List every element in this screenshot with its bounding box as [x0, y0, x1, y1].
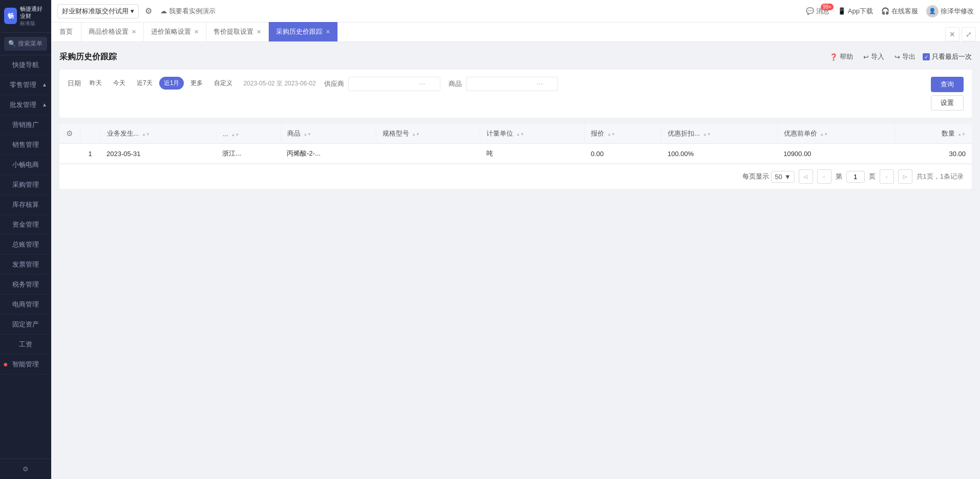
- td-goods: 丙烯酸-2-...: [281, 144, 376, 164]
- tab-purchase-strategy-close[interactable]: ✕: [194, 29, 199, 35]
- sort-more-icon: ▲▼: [231, 133, 239, 137]
- td-original-price: 10900.00: [777, 144, 896, 164]
- demo-link[interactable]: ☁ 我要看实例演示: [160, 7, 216, 16]
- sidebar-item-ecom-small[interactable]: 小畅电商: [0, 155, 51, 175]
- sidebar-item-marketing[interactable]: 营销推广: [0, 115, 51, 135]
- gear-icon: ⚙: [23, 465, 29, 473]
- th-original-price-label: 优惠前单价: [784, 129, 817, 137]
- tab-purchase-history[interactable]: 采购历史价跟踪 ✕: [269, 22, 338, 41]
- finance-label: 资金管理: [4, 220, 47, 229]
- supplier-dots[interactable]: ···: [418, 79, 425, 89]
- query-button[interactable]: 查询: [931, 77, 964, 92]
- sidebar-item-quick-nav[interactable]: 快捷导航: [0, 55, 51, 75]
- page-header: 采购历史价跟踪 ❓ 帮助 ↩ 导入 ↪ 导出 ✓ 只看最后一次: [59, 50, 972, 63]
- search-menu-button[interactable]: 🔍 搜索菜单: [4, 37, 47, 51]
- tab-home[interactable]: 首页: [51, 22, 81, 41]
- page-actions: ❓ 帮助 ↩ 导入 ↪ 导出 ✓ 只看最后一次: [826, 50, 972, 63]
- sidebar-item-retail[interactable]: 零售管理 ▲: [0, 75, 51, 95]
- td-idx: 1: [80, 144, 100, 164]
- sort-date-icon: ▲▼: [142, 133, 150, 137]
- th-price[interactable]: 报价 ▲▼: [585, 124, 662, 144]
- td-quantity: 30.00: [896, 144, 972, 164]
- topbar: 好业财标准版交付试用 ▾ ⚙ ☁ 我要看实例演示 💬 消息 99+ 📱 App下…: [51, 0, 980, 23]
- tab-close-button[interactable]: ✕: [945, 27, 960, 41]
- demo-label: 我要看实例演示: [169, 7, 216, 16]
- sidebar-item-purchase[interactable]: 采购管理: [0, 175, 51, 195]
- th-date[interactable]: 业务发生... ▲▼: [100, 124, 216, 144]
- marketing-label: 营销推广: [4, 120, 47, 129]
- sort-price-icon: ▲▼: [607, 133, 615, 137]
- page-number-input[interactable]: [846, 171, 865, 183]
- tab-purchase-history-close[interactable]: ✕: [326, 29, 330, 35]
- td-discount: 100.00%: [662, 144, 777, 164]
- th-discount[interactable]: 优惠折扣... ▲▼: [662, 124, 777, 144]
- next-page-button[interactable]: ›: [880, 169, 894, 184]
- date-7days-btn[interactable]: 近7天: [132, 77, 157, 90]
- th-quantity[interactable]: 数量 ▲▼: [896, 124, 972, 144]
- prev-page-button[interactable]: ‹: [817, 169, 832, 184]
- table-settings-icon[interactable]: ⚙: [66, 129, 73, 138]
- date-today-btn[interactable]: 今天: [109, 77, 130, 90]
- goods-input[interactable]: ···: [466, 77, 558, 91]
- th-unit[interactable]: 计量单位 ▲▼: [480, 124, 585, 144]
- supplier-label: 供应商: [324, 79, 344, 89]
- date-yesterday-btn[interactable]: 昨天: [85, 77, 106, 90]
- settings-gear-icon[interactable]: ⚙: [145, 6, 152, 16]
- sidebar-item-smart[interactable]: ● 智能管理: [0, 355, 51, 375]
- sidebar-item-finance[interactable]: 资金管理: [0, 215, 51, 235]
- sidebar-item-tax[interactable]: 税务管理: [0, 275, 51, 295]
- date-buttons: 昨天 今天 近7天 近1月 更多 自定义: [85, 77, 237, 90]
- tab-goods-price-close[interactable]: ✕: [132, 29, 136, 35]
- sort-original-price-icon: ▲▼: [820, 133, 828, 137]
- goods-dots[interactable]: ···: [536, 79, 543, 89]
- export-button[interactable]: ↪ 导出: [891, 50, 919, 63]
- filter-setting-button[interactable]: 设置: [931, 95, 964, 111]
- help-button[interactable]: ❓ 帮助: [826, 50, 856, 63]
- date-more-btn[interactable]: 更多: [186, 77, 207, 90]
- online-service-button[interactable]: 🎧 在线客服: [881, 7, 918, 16]
- sidebar-item-fixed-assets[interactable]: 固定资产: [0, 315, 51, 335]
- sidebar-item-invoice[interactable]: 发票管理: [0, 255, 51, 275]
- tab-sale-price[interactable]: 售价提取设置 ✕: [206, 22, 269, 41]
- th-spec[interactable]: 规格型号 ▲▼: [376, 124, 480, 144]
- table: ⚙ 业务发生... ▲▼ ... ▲▼ 商品 ▲▼: [59, 124, 972, 164]
- filter-supplier-row: 供应商 ···: [324, 77, 440, 91]
- app-download-button[interactable]: 📱 App下载: [838, 7, 873, 16]
- sidebar-item-sales[interactable]: 销售管理: [0, 135, 51, 155]
- sidebar-item-inventory[interactable]: 库存核算: [0, 195, 51, 215]
- sidebar-logo: 畅 畅捷通好业财 标准版: [0, 0, 51, 33]
- message-button[interactable]: 💬 消息 99+: [806, 7, 829, 16]
- sidebar-gear-button[interactable]: ⚙: [0, 459, 51, 479]
- date-label: 日期: [68, 79, 81, 88]
- th-settings: ⚙: [59, 124, 80, 144]
- table-body: 1 2023-05-31 浙江... 丙烯酸-2-... 吨 0.00 100.…: [59, 144, 972, 164]
- app-label: App下载: [848, 7, 873, 16]
- only-last-checkbox[interactable]: ✓ 只看最后一次: [923, 52, 972, 61]
- chevron-down-icon: ▾: [131, 7, 134, 15]
- per-page-selector[interactable]: 50 ▼: [771, 171, 794, 183]
- avatar: 👤: [926, 5, 939, 17]
- date-1month-btn[interactable]: 近1月: [159, 77, 184, 90]
- th-goods[interactable]: 商品 ▲▼: [281, 124, 376, 144]
- tab-purchase-strategy[interactable]: 进价策略设置 ✕: [144, 22, 206, 41]
- user-profile-button[interactable]: 👤 徐泽华修改: [926, 5, 974, 17]
- import-icon: ↩: [863, 53, 869, 61]
- sidebar-item-ledger[interactable]: 总账管理: [0, 235, 51, 255]
- first-page-button[interactable]: ⊲: [799, 169, 813, 184]
- date-custom-btn[interactable]: 自定义: [209, 77, 237, 90]
- payroll-label: 工资: [4, 340, 47, 349]
- sidebar-item-wholesale[interactable]: 批发管理 ▲: [0, 95, 51, 115]
- tab-sale-price-close[interactable]: ✕: [257, 29, 261, 35]
- th-more[interactable]: ... ▲▼: [216, 124, 281, 144]
- version-selector[interactable]: 好业财标准版交付试用 ▾: [57, 4, 139, 18]
- import-button[interactable]: ↩ 导入: [860, 50, 887, 63]
- td-price: 0.00: [585, 144, 662, 164]
- supplier-input[interactable]: ···: [348, 77, 440, 91]
- sidebar-item-payroll[interactable]: 工资: [0, 335, 51, 355]
- last-page-button[interactable]: ⊳: [898, 169, 912, 184]
- sidebar-item-ecom[interactable]: 电商管理: [0, 295, 51, 315]
- th-original-price[interactable]: 优惠前单价 ▲▼: [777, 124, 896, 144]
- tab-goods-price[interactable]: 商品价格设置 ✕: [81, 22, 144, 41]
- service-label: 在线客服: [891, 7, 918, 16]
- tab-maximize-button[interactable]: ⤢: [962, 27, 976, 41]
